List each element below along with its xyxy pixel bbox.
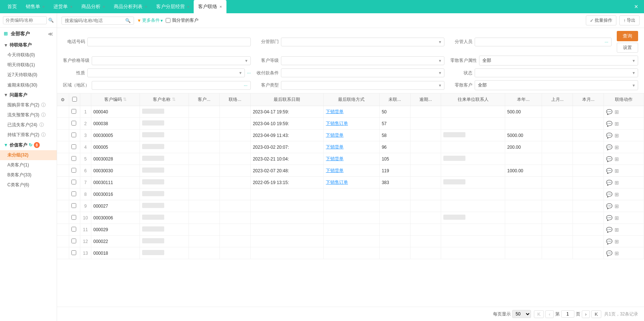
row-last-contact-method[interactable]: 下销货单 bbox=[323, 130, 379, 141]
batch-operations-btn[interactable]: ✓ 批量操作 bbox=[586, 15, 616, 25]
search-icon[interactable]: 🔍 bbox=[125, 18, 131, 23]
select-all-checkbox[interactable] bbox=[72, 97, 77, 102]
next-page-btn[interactable]: K bbox=[591, 310, 601, 318]
grid-action-icon[interactable]: ⊞ bbox=[615, 227, 619, 233]
next-btn[interactable]: › bbox=[582, 310, 590, 318]
grid-action-icon[interactable]: ⊞ bbox=[615, 215, 619, 221]
my-customers-checkbox[interactable]: 我分管的客户 bbox=[166, 17, 198, 24]
row-last-contact-method[interactable] bbox=[323, 200, 379, 212]
tab-sales-close[interactable]: × bbox=[42, 4, 45, 9]
settings-icon[interactable]: ⚙ bbox=[61, 97, 65, 102]
row-last-contact-method[interactable]: 下销售订单 bbox=[323, 118, 379, 130]
page-input[interactable] bbox=[561, 310, 574, 318]
tab-analysis[interactable]: 商品分析 × bbox=[77, 0, 109, 13]
col-last-contact-method[interactable]: 最后联络方式 bbox=[323, 94, 379, 106]
sidebar-group-value[interactable]: ▼ 价值客户 ↻ 8 bbox=[0, 140, 57, 150]
status-select[interactable]: ▾ bbox=[475, 68, 638, 77]
sidebar-group-pending[interactable]: ▼ 待联络客户 bbox=[0, 40, 57, 50]
close-all-tabs[interactable]: × bbox=[631, 3, 641, 11]
row-check-4[interactable] bbox=[71, 156, 76, 161]
payment-select[interactable]: ▾ bbox=[281, 68, 444, 77]
customer-type-select[interactable]: ▾ bbox=[281, 81, 444, 90]
row-last-contact-method[interactable] bbox=[323, 212, 379, 224]
prev-page-btn[interactable]: K bbox=[534, 310, 544, 318]
my-customers-check[interactable] bbox=[166, 18, 170, 23]
row-checkbox[interactable] bbox=[69, 224, 80, 236]
grid-action-icon[interactable]: ⊞ bbox=[615, 250, 619, 256]
zero-retail-attr-select[interactable]: 全部 ▾ bbox=[479, 56, 638, 66]
comment-action-icon[interactable]: 💬 bbox=[606, 156, 612, 162]
sidebar-item-tomorrow[interactable]: 明天待联络(1) bbox=[0, 60, 57, 70]
sidebar-item-declining[interactable]: 持续下滑客户(2) ⓘ bbox=[0, 130, 57, 140]
col-last-month[interactable]: 上月... bbox=[542, 94, 573, 106]
sidebar-item-class-b[interactable]: B类客户(33) bbox=[0, 170, 57, 180]
sidebar-all-customers[interactable]: ⊞ 全部客户 ≪ bbox=[0, 28, 57, 40]
zero-retail-select[interactable]: 全部 ▾ bbox=[475, 80, 638, 90]
grid-action-icon[interactable]: ⊞ bbox=[615, 203, 619, 209]
export-btn[interactable]: ↑ 导出 bbox=[619, 15, 640, 25]
tab-sales[interactable]: 销售单 × bbox=[21, 0, 49, 13]
comment-action-icon[interactable]: 💬 bbox=[606, 168, 612, 174]
sidebar-item-overdue[interactable]: 逾期未联络(30) bbox=[0, 80, 57, 90]
col-name[interactable]: 客户名称 ⇅ bbox=[140, 94, 189, 106]
sidebar-item-today[interactable]: 今天待联络(0) bbox=[0, 50, 57, 60]
phone-input[interactable] bbox=[87, 38, 251, 46]
row-checkbox[interactable] bbox=[69, 118, 80, 130]
row-checkbox[interactable] bbox=[69, 177, 80, 188]
sidebar-item-7days[interactable]: 近7天待联络(0) bbox=[0, 70, 57, 80]
comment-action-icon[interactable]: 💬 bbox=[606, 133, 612, 138]
row-checkbox[interactable] bbox=[69, 212, 80, 224]
col-last-contact-date[interactable]: 最后联系日期 bbox=[250, 94, 323, 106]
row-check-5[interactable] bbox=[71, 168, 76, 173]
grid-action-icon[interactable]: ⊞ bbox=[615, 121, 619, 127]
dept-select[interactable]: ▾ bbox=[281, 38, 444, 46]
row-check-10[interactable] bbox=[71, 227, 76, 232]
grid-action-icon[interactable]: ⊞ bbox=[615, 239, 619, 244]
more-conditions-btn[interactable]: ▼ 更多条件 ▾ bbox=[137, 17, 163, 24]
price-grade-select[interactable]: ▾ bbox=[92, 56, 251, 65]
row-check-0[interactable] bbox=[71, 109, 76, 114]
row-checkbox[interactable] bbox=[69, 130, 80, 141]
row-last-contact-method[interactable] bbox=[323, 188, 379, 200]
tab-analysis-list-close[interactable]: × bbox=[145, 4, 147, 9]
row-check-1[interactable] bbox=[71, 121, 76, 126]
col-current-month[interactable]: 本月... bbox=[573, 94, 604, 106]
row-last-contact-method[interactable] bbox=[323, 224, 379, 236]
comment-action-icon[interactable]: 💬 bbox=[606, 227, 612, 233]
comment-action-icon[interactable]: 💬 bbox=[606, 109, 612, 115]
sidebar-collapse-icon[interactable]: ≪ bbox=[48, 31, 53, 37]
row-check-9[interactable] bbox=[71, 215, 76, 220]
col-settings[interactable]: ⚙ bbox=[57, 94, 69, 106]
sidebar-item-class-c[interactable]: C类客户(6) bbox=[0, 180, 57, 190]
col-unit-contact[interactable]: 往来单位联系人 bbox=[441, 94, 505, 106]
grid-action-icon[interactable]: ⊞ bbox=[615, 144, 619, 150]
row-checkbox[interactable] bbox=[69, 153, 80, 165]
comment-action-icon[interactable]: 💬 bbox=[606, 250, 612, 256]
comment-action-icon[interactable]: 💬 bbox=[606, 239, 612, 244]
sidebar-item-churn-warning[interactable]: 流失预警客户(3) ⓘ bbox=[0, 110, 57, 120]
tab-customer-contact-close[interactable]: × bbox=[219, 4, 222, 9]
col-type[interactable]: 客户... bbox=[189, 94, 219, 106]
personnel-select[interactable]: ··· bbox=[475, 38, 612, 46]
row-checkbox[interactable] bbox=[69, 188, 80, 200]
per-page-select[interactable]: 50 100 200 bbox=[512, 310, 531, 318]
row-last-contact-method[interactable] bbox=[323, 247, 379, 259]
grid-action-icon[interactable]: ⊞ bbox=[615, 168, 619, 174]
search-input[interactable] bbox=[65, 18, 124, 23]
sidebar-search-icon[interactable]: 🔍 bbox=[48, 18, 54, 23]
comment-action-icon[interactable]: 💬 bbox=[606, 203, 612, 209]
row-checkbox[interactable] bbox=[69, 106, 80, 118]
row-last-contact-method[interactable] bbox=[323, 236, 379, 247]
row-check-3[interactable] bbox=[71, 144, 76, 149]
row-last-contact-method[interactable]: 下销货单 bbox=[323, 165, 379, 177]
sidebar-item-stockpile-abnormal[interactable]: 囤购异常客户(2) ⓘ bbox=[0, 100, 57, 110]
reset-button[interactable]: 设置 bbox=[617, 43, 638, 53]
tab-customer-segment-close[interactable]: × bbox=[187, 4, 189, 9]
region-select[interactable]: ··· bbox=[92, 81, 251, 90]
sidebar-group-problem[interactable]: ▼ 问题客户 bbox=[0, 90, 57, 100]
tab-analysis-list[interactable]: 商品分析列表 × bbox=[109, 0, 151, 13]
col-code[interactable]: 客户编码 ⇅ bbox=[91, 94, 140, 106]
grid-action-icon[interactable]: ⊞ bbox=[615, 109, 619, 115]
row-checkbox[interactable] bbox=[69, 200, 80, 212]
row-checkbox[interactable] bbox=[69, 247, 80, 259]
